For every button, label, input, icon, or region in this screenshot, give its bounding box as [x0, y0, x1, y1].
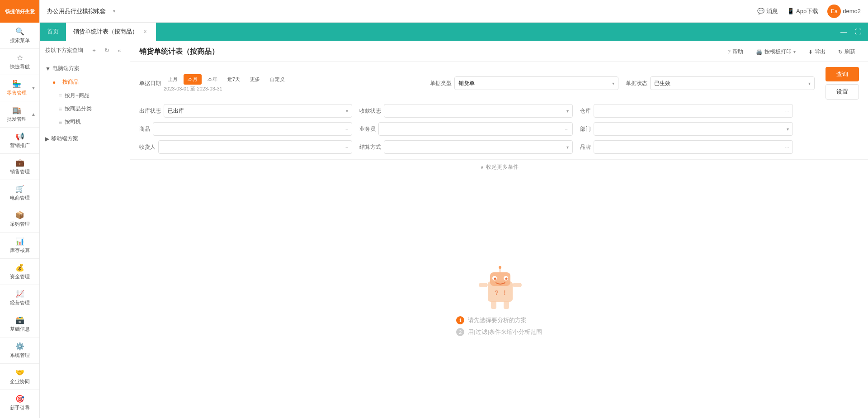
sidebar-item-ecommerce[interactable]: 🛒 电商管理: [0, 180, 39, 206]
message-label: 消息: [766, 7, 778, 15]
refresh-scheme-button[interactable]: ↻: [102, 45, 112, 55]
date-btn-7days[interactable]: 近7天: [223, 74, 244, 85]
department-dropdown-icon[interactable]: ▾: [787, 127, 789, 132]
print-dropdown-icon[interactable]: ▾: [793, 49, 796, 54]
scheme-by-category[interactable]: ≡ 按商品分类: [40, 102, 130, 115]
filter-settlement-dropdown[interactable]: ▾: [384, 140, 572, 154]
scheme-by-cashier[interactable]: ≡ 按司机: [40, 115, 130, 128]
empty-state: ? ! 1 请先选择要分析的方案 2 用[过滤]条件来缩小分析范围: [130, 175, 868, 418]
tab-home[interactable]: 首页: [40, 23, 66, 41]
collapse-panel-button[interactable]: «: [114, 45, 124, 55]
filter-bill-type-dropdown[interactable]: 销货单 ▾: [454, 76, 619, 90]
filter-recipient-dropdown[interactable]: ···: [158, 140, 352, 154]
sidebar-item-inventory[interactable]: 📊 库存核算: [0, 233, 39, 259]
filter-row-1: 单据日期 上月 本月 本年 近7天 更多 自定义 2023-03-01 至 20…: [139, 67, 859, 100]
print-button[interactable]: 🖨️ 按模板打印 ▾: [752, 46, 799, 57]
tab-minimize-button[interactable]: —: [837, 25, 850, 38]
settlement-dropdown-icon[interactable]: ▾: [566, 145, 569, 150]
warehouse-dropdown-icon[interactable]: ···: [785, 109, 789, 114]
sidebar-item-purchase[interactable]: 📦 采购管理: [0, 206, 39, 233]
sidebar-quicknav[interactable]: ☆ 快捷导航: [0, 49, 39, 75]
tip-text-1: 请先选择要分析的方案: [468, 316, 527, 324]
export-button[interactable]: ⬇ 导出: [805, 46, 829, 57]
date-btn-current-year[interactable]: 本年: [203, 74, 222, 85]
recipient-dropdown-dots[interactable]: ···: [344, 145, 348, 150]
goods-dropdown-dots[interactable]: ···: [344, 127, 348, 132]
collapse-bar[interactable]: ∧ 收起更多条件: [130, 159, 868, 175]
filter-goods-dropdown[interactable]: ···: [153, 122, 352, 136]
date-btn-custom[interactable]: 自定义: [266, 74, 289, 85]
filter-bill-status-dropdown[interactable]: 已生效 ▾: [650, 76, 815, 90]
sidebar-search[interactable]: 🔍 搜索菜单: [0, 23, 39, 49]
sidebar-item-finance[interactable]: 💰 资金管理: [0, 259, 39, 285]
brand-dropdown-dots[interactable]: ···: [785, 145, 789, 150]
svg-text:?: ?: [495, 289, 499, 296]
filter-settlement-field: 结算方式 ▾: [359, 140, 572, 154]
filter-area: 单据日期 上月 本月 本年 近7天 更多 自定义 2023-03-01 至 20…: [130, 62, 868, 159]
app-title-dropdown-icon[interactable]: ▾: [113, 9, 115, 14]
filter-out-status-field: 出库状态 已出库 ▾: [139, 104, 352, 118]
sidebar-item-operations[interactable]: 📈 经营管理: [0, 285, 39, 311]
sidebar-item-basic[interactable]: 🗃️ 基础信息: [0, 311, 39, 337]
desktop-scheme-group: ▼ 电脑端方案 ● 按商品 ≡ 按月+商品 ≡ 按商品分类 ≡ 按司机: [40, 60, 130, 130]
refresh-button[interactable]: ↻ 刷新: [835, 46, 859, 57]
app-download-action[interactable]: 📱 App下载: [787, 7, 818, 15]
filter-department-label: 部门: [580, 125, 591, 133]
filter-out-status-dropdown[interactable]: 已出库 ▾: [164, 104, 352, 118]
filter-payment-status-dropdown[interactable]: ▾: [384, 104, 572, 118]
scheme-by-month-goods[interactable]: ≡ 按月+商品: [40, 89, 130, 102]
avatar-text: Ea: [831, 8, 838, 14]
filter-salesperson-label: 业务员: [359, 125, 376, 133]
bill-type-dropdown-icon[interactable]: ▾: [612, 81, 614, 86]
date-btn-current-month[interactable]: 本月: [184, 74, 202, 85]
tabs-right-actions: — ⛶: [837, 25, 868, 38]
sidebar-item-system[interactable]: ⚙️ 系统管理: [0, 337, 39, 364]
tab-maximize-button[interactable]: ⛶: [852, 25, 864, 38]
out-status-dropdown-icon[interactable]: ▾: [346, 109, 348, 114]
add-scheme-button[interactable]: +: [89, 45, 99, 55]
sidebar-item-enterprise[interactable]: 🤝 企业协同: [0, 364, 39, 390]
tab-sales-stats[interactable]: 销货单统计表（按商品） ×: [66, 23, 156, 41]
scheme-by-category-icon: ≡: [59, 106, 62, 112]
message-icon: 💬: [757, 8, 764, 14]
chevron-down-icon: ▼: [45, 66, 51, 72]
filter-salesperson-dropdown[interactable]: ···: [378, 122, 572, 136]
filter-department-dropdown[interactable]: ▾: [594, 122, 793, 136]
date-btn-more[interactable]: 更多: [246, 74, 264, 85]
date-btn-last-month[interactable]: 上月: [164, 74, 182, 85]
filter-row-3: 商品 ··· 业务员 ··· 部门: [139, 122, 859, 136]
enterprise-icon: 🤝: [15, 368, 24, 377]
help-button[interactable]: ? 帮助: [724, 46, 747, 57]
filter-brand-label: 品牌: [580, 143, 591, 151]
help-label: 帮助: [732, 48, 743, 56]
date-range-display: 2023-03-01 至 2023-03-31: [164, 86, 423, 92]
user-profile-action[interactable]: Ea demo2: [827, 5, 861, 18]
retail-icon: 🏪: [12, 80, 21, 88]
sidebar-item-apps[interactable]: 🔲 应用中心: [0, 416, 39, 418]
scheme-by-category-label: 按商品分类: [65, 105, 92, 113]
sidebar-item-guide[interactable]: 🎯 新手引导: [0, 390, 39, 416]
sidebar-item-retail[interactable]: 🏪 零售管理 ▼: [0, 75, 39, 101]
page-actions: ? 帮助 🖨️ 按模板打印 ▾ ⬇ 导出 ↻ 刷新: [724, 46, 859, 57]
message-action[interactable]: 💬 消息: [757, 7, 778, 15]
filter-warehouse-label: 仓库: [580, 107, 591, 115]
settings-button[interactable]: 设置: [826, 84, 859, 100]
sidebar-item-sales[interactable]: 💼 销售管理: [0, 154, 39, 180]
svg-rect-10: [479, 283, 488, 287]
payment-status-dropdown-icon[interactable]: ▾: [566, 109, 569, 114]
inventory-icon: 📊: [15, 237, 24, 246]
mobile-scheme-toggle[interactable]: ▶ 移动端方案: [40, 132, 130, 145]
tab-close-icon[interactable]: ×: [142, 28, 149, 35]
filter-warehouse-dropdown[interactable]: ···: [594, 104, 793, 118]
scheme-by-goods[interactable]: ● 按商品: [40, 75, 130, 89]
main-area: 办公用品行业模拟账套 ▾ 💬 消息 📱 App下载 Ea demo2 首页: [40, 0, 868, 418]
filter-brand-dropdown[interactable]: ···: [594, 140, 793, 154]
sidebar-item-wholesale[interactable]: 🏬 批发管理 ▲: [0, 101, 39, 128]
marketing-icon: 📢: [15, 132, 24, 141]
bill-status-dropdown-icon[interactable]: ▾: [808, 81, 811, 86]
desktop-scheme-toggle[interactable]: ▼ 电脑端方案: [40, 62, 130, 75]
salesperson-dropdown-dots[interactable]: ···: [565, 127, 568, 132]
query-button[interactable]: 查询: [826, 67, 859, 81]
mobile-scheme-group: ▶ 移动端方案: [40, 130, 130, 147]
sidebar-item-marketing[interactable]: 📢 营销推广: [0, 128, 39, 154]
